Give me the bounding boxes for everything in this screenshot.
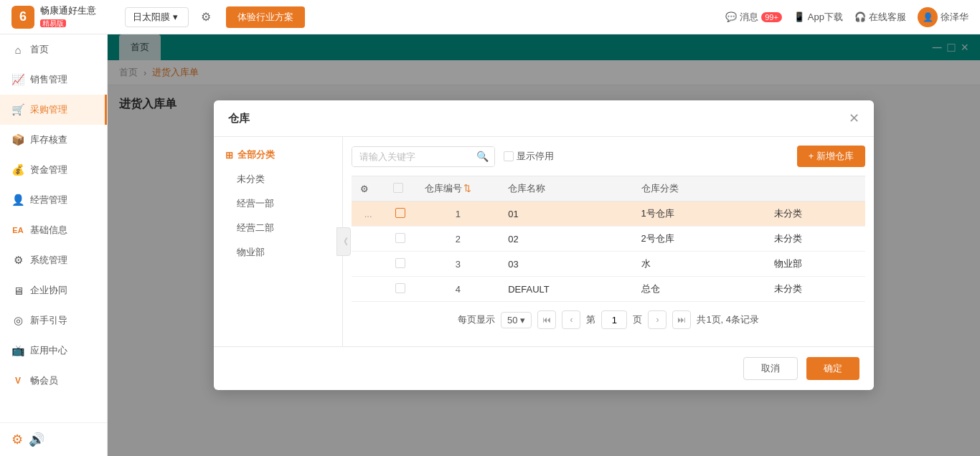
page-number-input[interactable] xyxy=(601,310,627,329)
sidebar-item-home[interactable]: ⌂ 首页 xyxy=(0,34,107,65)
collab-icon: 🖥 xyxy=(11,284,24,297)
page-size-select[interactable]: 50 ▾ xyxy=(501,312,532,328)
disabled-checkbox[interactable] xyxy=(504,151,514,161)
purchase-icon: 🛒 xyxy=(11,103,24,116)
category-item-property[interactable]: 物业部 xyxy=(214,240,342,265)
col-header-cat: 仓库分类 xyxy=(633,176,765,201)
header-checkbox[interactable] xyxy=(393,183,403,193)
page-last-btn[interactable]: ⏭ xyxy=(672,310,691,329)
col-header-code[interactable]: 仓库编号⇅ xyxy=(416,176,499,201)
basic-icon: EA xyxy=(11,224,24,237)
topbar-right: 💬 消息 99+ 📱 App下载 🎧 在线客服 👤 徐泽华 xyxy=(725,7,969,27)
row-category-3: 未分类 xyxy=(765,277,865,302)
table-row[interactable]: ... 1 01 1号仓库 未分类 xyxy=(352,201,865,227)
sidebar-item-appcenter[interactable]: 📺 应用中心 xyxy=(0,336,107,366)
table-header-row: ⚙ 仓库编号⇅ 仓库名称 仓库分类 xyxy=(352,176,865,201)
sidebar-label-finance: 资金管理 xyxy=(30,163,67,176)
row-category-2: 物业部 xyxy=(765,252,865,277)
sidebar-item-member[interactable]: V 畅会员 xyxy=(0,366,107,396)
per-page-label: 每页显示 xyxy=(458,313,495,326)
store-name: 日太阳膜 xyxy=(133,11,170,24)
trial-button[interactable]: 体验行业方案 xyxy=(226,6,305,28)
category-item-dept2[interactable]: 经营二部 xyxy=(214,216,342,240)
row-gear-1 xyxy=(352,227,385,252)
category-collapse-btn[interactable]: 《 xyxy=(336,227,351,256)
col-header-action xyxy=(765,176,865,201)
page-prev-btn[interactable]: ‹ xyxy=(562,310,580,329)
sidebar-item-sales[interactable]: 📈 销售管理 xyxy=(0,65,107,95)
notification-item[interactable]: 💬 消息 99+ xyxy=(725,11,782,24)
sidebar: ⌂ 首页 📈 销售管理 🛒 采购管理 📦 库存核查 💰 资金管理 👤 经营管理 … xyxy=(0,34,108,456)
search-input[interactable] xyxy=(352,147,494,166)
table-panel: 🔍 显示停用 + 新增仓库 ⚙ xyxy=(343,137,874,346)
home-icon: ⌂ xyxy=(11,43,24,56)
username-label: 徐泽华 xyxy=(941,11,969,24)
sidebar-item-finance[interactable]: 💰 资金管理 xyxy=(0,155,107,185)
sidebar-item-inventory[interactable]: 📦 库存核查 xyxy=(0,125,107,155)
sidebar-label-member: 畅会员 xyxy=(30,374,58,387)
show-disabled-label: 显示停用 xyxy=(517,150,554,163)
dialog-body: ⊞ 全部分类 未分类 经营一部 经营二部 物业部 《 xyxy=(214,137,874,346)
logo-area: 6 畅康通好生意 精易版 xyxy=(11,5,119,29)
sidebar-label-system: 系统管理 xyxy=(30,254,67,267)
row-gear-2 xyxy=(352,252,385,277)
sidebar-label-basic: 基础信息 xyxy=(30,224,67,237)
sidebar-item-basic[interactable]: EA 基础信息 xyxy=(0,215,107,245)
cancel-button[interactable]: 取消 xyxy=(743,357,798,380)
sidebar-item-purchase[interactable]: 🛒 采购管理 xyxy=(0,95,107,125)
sidebar-item-management[interactable]: 👤 经营管理 xyxy=(0,185,107,215)
add-warehouse-button[interactable]: + 新增仓库 xyxy=(797,146,865,167)
search-wrap: 🔍 xyxy=(352,146,495,167)
sidebar-label-sales: 销售管理 xyxy=(30,73,67,86)
search-icon: 🔍 xyxy=(476,151,489,162)
store-selector[interactable]: 日太阳膜 ▾ xyxy=(125,7,189,27)
mobile-icon: 📱 xyxy=(793,11,805,22)
sidebar-item-guide[interactable]: ◎ 新手引导 xyxy=(0,305,107,336)
sidebar-settings-icon[interactable]: ⚙ xyxy=(11,432,23,447)
table-row[interactable]: 2 02 2号仓库 未分类 xyxy=(352,227,865,252)
page-summary: 共1页, 4条记录 xyxy=(697,313,759,326)
app-download-item[interactable]: 📱 App下载 xyxy=(793,11,843,24)
sidebar-item-system[interactable]: ⚙ 系统管理 xyxy=(0,245,107,275)
settings-icon[interactable]: ⚙ xyxy=(194,6,217,29)
col-header-name: 仓库名称 xyxy=(499,176,632,201)
dialog-close-icon[interactable]: ✕ xyxy=(849,110,859,126)
chevron-down-icon: ▾ xyxy=(520,315,525,326)
row-seq-2: 3 xyxy=(416,252,499,277)
row-check-1[interactable] xyxy=(385,227,416,252)
per-page-value: 50 xyxy=(507,315,517,326)
sidebar-label-collab: 企业协同 xyxy=(30,284,67,297)
page-first-btn[interactable]: ⏮ xyxy=(537,310,556,329)
avatar: 👤 xyxy=(918,7,938,27)
page-next-btn[interactable]: › xyxy=(648,310,666,329)
category-item-unclassified[interactable]: 未分类 xyxy=(214,167,342,191)
content-area: 首页 ─ □ × 首页 › 进货入库单 进货入库单 仓库 ✕ xyxy=(108,34,980,456)
confirm-button[interactable]: 确定 xyxy=(806,357,859,380)
row-category-1: 未分类 xyxy=(765,227,865,252)
pagination: 每页显示 50 ▾ ⏮ ‹ 第 页 › ⏭ 共1页 xyxy=(352,302,865,338)
user-item[interactable]: 👤 徐泽华 xyxy=(918,7,969,27)
table-row[interactable]: 4 DEFAULT 总仓 未分类 xyxy=(352,277,865,302)
modal-overlay: 仓库 ✕ ⊞ 全部分类 未分类 经营一部 经营二部 物业部 xyxy=(108,34,980,456)
row-check-0[interactable] xyxy=(385,201,416,227)
category-item-dept1[interactable]: 经营一部 xyxy=(214,191,342,216)
notification-label: 消息 xyxy=(740,11,758,24)
table-row[interactable]: 3 03 水 物业部 xyxy=(352,252,865,277)
show-disabled-toggle[interactable]: 显示停用 xyxy=(504,150,554,163)
sidebar-label-purchase: 采购管理 xyxy=(30,103,67,116)
row-seq-3: 4 xyxy=(416,277,499,302)
dialog-header: 仓库 ✕ xyxy=(214,100,874,137)
warehouse-table: ⚙ 仓库编号⇅ 仓库名称 仓库分类 xyxy=(352,176,865,302)
sidebar-item-collab[interactable]: 🖥 企业协同 xyxy=(0,275,107,305)
row-code-3: DEFAULT xyxy=(499,277,632,302)
app-download-label: App下载 xyxy=(808,11,843,24)
sidebar-label-guide: 新手引导 xyxy=(30,314,67,327)
row-category-0: 未分类 xyxy=(765,201,865,227)
row-code-1: 02 xyxy=(499,227,632,252)
row-check-2[interactable] xyxy=(385,252,416,277)
row-check-3[interactable] xyxy=(385,277,416,302)
page-label-di: 第 xyxy=(586,313,595,326)
category-all[interactable]: ⊞ 全部分类 xyxy=(214,143,342,167)
online-service-item[interactable]: 🎧 在线客服 xyxy=(854,11,906,24)
sidebar-sound-icon[interactable]: 🔊 xyxy=(29,432,44,447)
